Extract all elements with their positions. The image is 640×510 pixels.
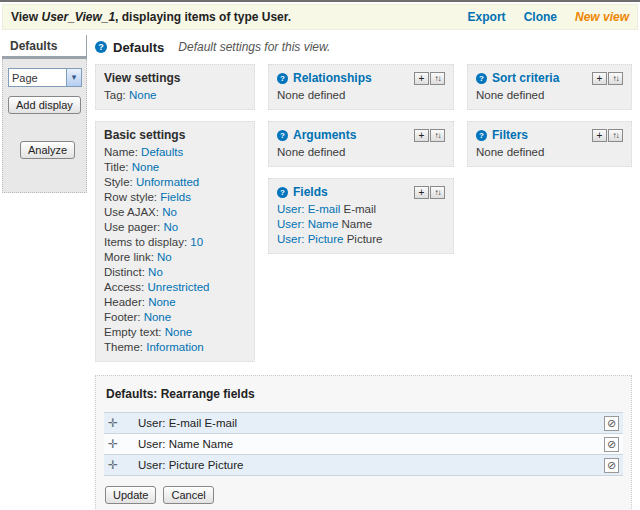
arguments-header: ? Arguments + ↑↓ bbox=[277, 128, 445, 142]
drag-handle-icon[interactable]: ✛ bbox=[108, 416, 126, 430]
help-icon[interactable]: ? bbox=[277, 187, 288, 198]
setting-value-link[interactable]: No bbox=[163, 221, 178, 233]
relationships-title-link[interactable]: Relationships bbox=[293, 71, 372, 85]
rearrange-table: ✛ User: E-mail E-mail ⊘ ✛ User: Name Nam… bbox=[104, 412, 623, 476]
setting-header: Header: None bbox=[104, 295, 246, 310]
arguments-title-link[interactable]: Arguments bbox=[293, 128, 356, 142]
views-ui-page: View User_View_1, displaying items of ty… bbox=[0, 0, 640, 510]
add-display-button[interactable]: Add display bbox=[8, 96, 81, 114]
setting-value-link[interactable]: None bbox=[165, 326, 193, 338]
filters-header: ? Filters + ↑↓ bbox=[476, 128, 623, 142]
basic-settings-box: Basic settings Name: Defaults Title: Non… bbox=[95, 121, 255, 362]
setting-empty-text: Empty text: None bbox=[104, 325, 246, 340]
setting-value-link[interactable]: No bbox=[162, 206, 177, 218]
view-title-suffix: , displaying items of type User. bbox=[115, 10, 291, 24]
setting-row-style: Row style: Fields bbox=[104, 190, 246, 205]
add-icon[interactable]: + bbox=[592, 72, 607, 85]
help-icon[interactable]: ? bbox=[476, 130, 487, 141]
row-label: User: E-mail E-mail bbox=[138, 417, 237, 429]
setting-use-pager: Use pager: No bbox=[104, 220, 246, 235]
settings-columns: View settings Tag: None Basic settings N… bbox=[95, 64, 632, 373]
field-label: Picture bbox=[343, 233, 382, 245]
filters-empty-text: None defined bbox=[476, 145, 623, 160]
display-type-select-value: Page bbox=[12, 72, 38, 84]
rearrange-icon[interactable]: ↑↓ bbox=[608, 72, 623, 85]
relationships-actions: + ↑↓ bbox=[414, 72, 445, 85]
row-label: User: Picture Picture bbox=[138, 459, 243, 471]
display-title: Defaults bbox=[113, 40, 164, 55]
display-type-select[interactable]: Page ▾ bbox=[8, 68, 82, 87]
setting-value-link[interactable]: None bbox=[132, 161, 160, 173]
setting-name: Name: Defaults bbox=[104, 145, 246, 160]
setting-distinct: Distinct: No bbox=[104, 265, 246, 280]
cancel-button[interactable]: Cancel bbox=[163, 486, 213, 504]
field-link[interactable]: User: Name bbox=[277, 218, 338, 230]
setting-style: Style: Unformatted bbox=[104, 175, 246, 190]
setting-more-link: More link: No bbox=[104, 250, 246, 265]
export-link[interactable]: Export bbox=[468, 10, 506, 24]
setting-label: Theme: bbox=[104, 341, 143, 353]
update-button[interactable]: Update bbox=[105, 486, 156, 504]
table-row: ✛ User: Name Name ⊘ bbox=[104, 433, 623, 454]
display-description: Default settings for this view. bbox=[178, 40, 330, 54]
remove-icon[interactable]: ⊘ bbox=[604, 458, 619, 473]
field-link[interactable]: User: E-mail bbox=[277, 203, 340, 215]
drag-handle-icon[interactable]: ✛ bbox=[108, 458, 126, 472]
setting-value-link[interactable]: Unrestricted bbox=[147, 281, 209, 293]
display-settings-content: ? Defaults Default settings for this vie… bbox=[87, 35, 638, 510]
sort-criteria-title-link[interactable]: Sort criteria bbox=[492, 71, 559, 85]
setting-value-link[interactable]: Unformatted bbox=[136, 176, 199, 188]
view-actions: Export Clone New view bbox=[468, 10, 629, 24]
add-icon[interactable]: + bbox=[414, 186, 429, 199]
row-label: User: Name Name bbox=[138, 438, 233, 450]
setting-label: Tag: bbox=[104, 89, 126, 101]
help-icon[interactable]: ? bbox=[277, 130, 288, 141]
setting-label: More link: bbox=[104, 251, 154, 263]
clone-link[interactable]: Clone bbox=[524, 10, 557, 24]
view-settings-title: View settings bbox=[104, 71, 246, 85]
new-view-link[interactable]: New view bbox=[575, 10, 629, 24]
field-item: User: Picture Picture bbox=[277, 232, 445, 247]
relationships-box: ? Relationships + ↑↓ None defined bbox=[268, 64, 454, 110]
rearrange-icon[interactable]: ↑↓ bbox=[608, 129, 623, 142]
view-name: User_View_1 bbox=[41, 10, 115, 24]
rearrange-icon[interactable]: ↑↓ bbox=[430, 186, 445, 199]
arguments-box: ? Arguments + ↑↓ None defined bbox=[268, 121, 454, 167]
add-icon[interactable]: + bbox=[414, 72, 429, 85]
table-row: ✛ User: E-mail E-mail ⊘ bbox=[104, 412, 623, 433]
add-icon[interactable]: + bbox=[592, 129, 607, 142]
setting-value-link[interactable]: No bbox=[148, 266, 163, 278]
setting-label: Footer: bbox=[104, 311, 140, 323]
setting-theme: Theme: Information bbox=[104, 340, 246, 355]
setting-value-link[interactable]: None bbox=[148, 296, 176, 308]
remove-icon[interactable]: ⊘ bbox=[604, 437, 619, 452]
setting-label: Access: bbox=[104, 281, 144, 293]
setting-value-link[interactable]: None bbox=[129, 89, 157, 101]
drag-handle-icon[interactable]: ✛ bbox=[108, 437, 126, 451]
form-actions: Update Cancel bbox=[104, 476, 623, 506]
field-label: Name bbox=[338, 218, 372, 230]
setting-value-link[interactable]: Fields bbox=[160, 191, 191, 203]
fields-title-link[interactable]: Fields bbox=[293, 185, 328, 199]
remove-icon[interactable]: ⊘ bbox=[604, 416, 619, 431]
help-icon[interactable]: ? bbox=[95, 41, 107, 53]
setting-value-link[interactable]: Defaults bbox=[141, 146, 183, 158]
field-link[interactable]: User: Picture bbox=[277, 233, 343, 245]
sort-criteria-box: ? Sort criteria + ↑↓ None defined bbox=[467, 64, 632, 110]
add-icon[interactable]: + bbox=[414, 129, 429, 142]
setting-value-link[interactable]: No bbox=[157, 251, 172, 263]
setting-value-link[interactable]: Information bbox=[146, 341, 204, 353]
add-display-panel: Page ▾ Add display Analyze bbox=[2, 59, 87, 193]
help-icon[interactable]: ? bbox=[277, 73, 288, 84]
setting-value-link[interactable]: None bbox=[144, 311, 172, 323]
sort-criteria-empty-text: None defined bbox=[476, 88, 623, 103]
sort-criteria-header: ? Sort criteria + ↑↓ bbox=[476, 71, 623, 85]
setting-value-link[interactable]: 10 bbox=[190, 236, 203, 248]
table-row: ✛ User: Picture Picture ⊘ bbox=[104, 454, 623, 475]
rearrange-icon[interactable]: ↑↓ bbox=[430, 72, 445, 85]
filters-title-link[interactable]: Filters bbox=[492, 128, 528, 142]
analyze-button[interactable]: Analyze bbox=[20, 141, 75, 159]
help-icon[interactable]: ? bbox=[476, 73, 487, 84]
rearrange-icon[interactable]: ↑↓ bbox=[430, 129, 445, 142]
tab-defaults[interactable]: Defaults bbox=[2, 35, 87, 56]
